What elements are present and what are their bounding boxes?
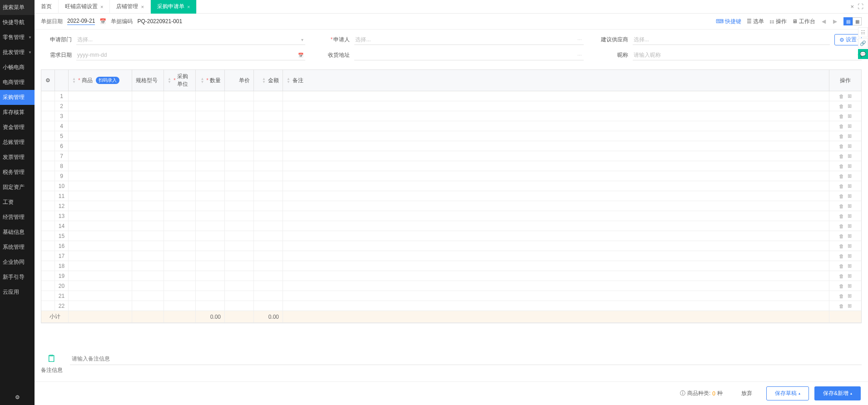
tab-2[interactable]: 店铺管理× — [110, 0, 150, 14]
delete-icon[interactable]: 🗑 — [839, 293, 844, 299]
copy-icon[interactable]: ⊞ — [848, 183, 852, 189]
copy-icon[interactable]: ⊞ — [848, 133, 852, 139]
copy-icon[interactable]: ⊞ — [848, 203, 852, 209]
sidebar-item-9[interactable]: 总账管理 — [0, 135, 35, 150]
table-row[interactable]: 13🗑⊞ — [41, 211, 861, 221]
abandon-button[interactable]: 放弃 — [733, 386, 761, 400]
sidebar-item-18[interactable]: 新手引导 — [0, 270, 35, 285]
sidebar-item-4[interactable]: 小畅电商 — [0, 60, 35, 75]
prev-arrow[interactable]: ◀ — [821, 18, 827, 25]
sidebar-item-10[interactable]: 发票管理 — [0, 150, 35, 165]
delete-icon[interactable]: 🗑 — [839, 163, 844, 169]
table-row[interactable]: 6🗑⊞ — [41, 141, 861, 151]
sidebar-item-17[interactable]: 企业协同 — [0, 255, 35, 270]
table-row[interactable]: 15🗑⊞ — [41, 231, 861, 241]
table-row[interactable]: 14🗑⊞ — [41, 221, 861, 231]
column-settings[interactable]: ⚙ — [41, 70, 55, 91]
close-all-tabs-icon[interactable]: × — [850, 3, 854, 10]
dept-select[interactable] — [76, 35, 305, 45]
copy-icon[interactable]: ⊞ — [848, 113, 852, 119]
supplier-select[interactable] — [633, 35, 830, 45]
delete-icon[interactable]: 🗑 — [839, 223, 844, 229]
more-icon[interactable]: ⋯ — [577, 37, 582, 42]
table-row[interactable]: 11🗑⊞ — [41, 191, 861, 201]
save-new-button[interactable]: 保存&新增▴ — [814, 386, 861, 400]
column-unit[interactable]: ▲▼*采购单位 — [164, 70, 196, 91]
copy-icon[interactable]: ⊞ — [848, 283, 852, 289]
close-icon[interactable]: × — [187, 4, 190, 10]
close-icon[interactable]: × — [141, 4, 144, 10]
table-row[interactable]: 3🗑⊞ — [41, 111, 861, 121]
rail-detail-icon[interactable]: ☷ — [858, 27, 868, 37]
applicant-select[interactable] — [354, 35, 583, 45]
delete-icon[interactable]: 🗑 — [839, 273, 844, 279]
sidebar-item-15[interactable]: 基础信息 — [0, 225, 35, 240]
copy-icon[interactable]: ⊞ — [848, 103, 852, 109]
sidebar-item-7[interactable]: 库存核算 — [0, 105, 35, 120]
table-row[interactable]: 16🗑⊞ — [41, 241, 861, 251]
column-remark[interactable]: ▲▼备注 — [283, 70, 829, 91]
sidebar-item-13[interactable]: 工资 — [0, 195, 35, 210]
copy-icon[interactable]: ⊞ — [848, 153, 852, 159]
sidebar-settings[interactable]: ⚙ — [0, 390, 35, 405]
delete-icon[interactable]: 🗑 — [839, 213, 844, 219]
sidebar-item-12[interactable]: 固定资产 — [0, 180, 35, 195]
delete-icon[interactable]: 🗑 — [839, 243, 844, 249]
need-date-input[interactable] — [76, 50, 305, 60]
tab-0[interactable]: 首页 — [35, 0, 59, 14]
column-product[interactable]: ▲▼ *商品 扫码录入 — [69, 70, 132, 91]
copy-icon[interactable]: ⊞ — [848, 163, 852, 169]
addr-input[interactable] — [354, 50, 583, 60]
sidebar-item-6[interactable]: 采购管理 — [0, 90, 35, 105]
copy-icon[interactable]: ⊞ — [848, 233, 852, 239]
delete-icon[interactable]: 🗑 — [839, 114, 844, 119]
sidebar-item-14[interactable]: 经营管理 — [0, 210, 35, 225]
copy-icon[interactable]: ⊞ — [848, 253, 852, 259]
fullscreen-icon[interactable]: ⛶ — [858, 3, 863, 10]
copy-icon[interactable]: ⊞ — [848, 143, 852, 149]
copy-icon[interactable]: ⊞ — [848, 173, 852, 179]
rail-chat-icon[interactable]: 💬 — [858, 49, 868, 59]
copy-icon[interactable]: ⊞ — [848, 193, 852, 199]
save-draft-button[interactable]: 保存草稿▴ — [766, 386, 809, 400]
column-amount[interactable]: ▲▼金额 — [254, 70, 283, 91]
next-arrow[interactable]: ▶ — [832, 18, 838, 25]
table-row[interactable]: 8🗑⊞ — [41, 161, 861, 171]
calendar-icon[interactable]: 📅 — [298, 53, 303, 58]
sidebar-item-19[interactable]: 云应用 — [0, 285, 35, 300]
workbench-link[interactable]: 🖥工作台 — [792, 18, 815, 25]
copy-icon[interactable]: ⊞ — [848, 213, 852, 219]
table-row[interactable]: 2🗑⊞ — [41, 101, 861, 111]
copy-icon[interactable]: ⊞ — [848, 293, 852, 299]
sidebar-item-16[interactable]: 系统管理 — [0, 240, 35, 255]
delete-icon[interactable]: 🗑 — [839, 173, 844, 179]
calendar-icon[interactable]: 📅 — [99, 18, 106, 25]
operate-link[interactable]: ⚏操作 — [769, 18, 787, 25]
sidebar-item-5[interactable]: 电商管理 — [0, 75, 35, 90]
table-row[interactable]: 4🗑⊞ — [41, 121, 861, 131]
view-card-button[interactable]: ▦ — [853, 17, 862, 25]
scan-badge[interactable]: 扫码录入 — [96, 77, 119, 84]
delete-icon[interactable]: 🗑 — [839, 104, 844, 109]
sidebar-item-11[interactable]: 税务管理 — [0, 165, 35, 180]
shortcut-link[interactable]: ⌨快捷键 — [716, 18, 741, 25]
copy-icon[interactable]: ⊞ — [848, 273, 852, 279]
delete-icon[interactable]: 🗑 — [839, 183, 844, 189]
view-list-button[interactable]: ▤ — [843, 17, 853, 25]
table-row[interactable]: 18🗑⊞ — [41, 261, 861, 271]
delete-icon[interactable]: 🗑 — [839, 303, 844, 309]
delete-icon[interactable]: 🗑 — [839, 203, 844, 209]
delete-icon[interactable]: 🗑 — [839, 193, 844, 199]
table-row[interactable]: 1🗑⊞ — [41, 91, 861, 101]
remarks-input[interactable] — [70, 353, 862, 365]
table-row[interactable]: 21🗑⊞ — [41, 291, 861, 301]
column-spec[interactable]: 规格型号 — [132, 70, 164, 91]
table-row[interactable]: 7🗑⊞ — [41, 151, 861, 161]
column-qty[interactable]: ▲▼*数量 — [196, 70, 225, 91]
sidebar-item-0[interactable]: 搜索菜单 — [0, 0, 35, 15]
sidebar-item-1[interactable]: 快捷导航 — [0, 15, 35, 30]
nickname-input[interactable] — [633, 50, 862, 60]
delete-icon[interactable]: 🗑 — [839, 143, 844, 149]
tab-1[interactable]: 旺铺店铺设置× — [59, 0, 110, 14]
table-row[interactable]: 9🗑⊞ — [41, 171, 861, 181]
